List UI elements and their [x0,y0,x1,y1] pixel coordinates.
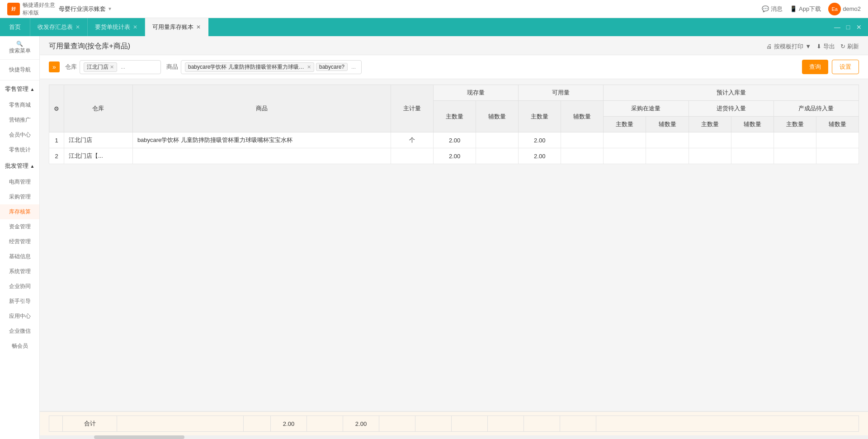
product-more[interactable]: ... [349,64,358,70]
cell-purchase-main [604,148,646,164]
warehouse-input[interactable]: 江北门店 ✕ ... [80,60,161,74]
sidebar-item-wholesale-mgmt[interactable]: 批发管理 ▲ [0,157,39,175]
cell-purchase-main [604,132,646,148]
store-selector[interactable]: 母婴行业演示账套 ▼ [59,5,112,13]
export-icon: ⬇ [816,43,821,50]
search-icon: 🔍 [16,41,23,47]
sidebar-quick-nav: 快捷导航 [0,60,39,80]
top-bar: 好 畅捷通好生意 标准版 母婴行业演示账套 ▼ 💬 消息 📱 App下载 Ea … [0,0,868,18]
download-label: App下载 [799,5,821,13]
product-input[interactable]: babycare学饮杯 儿童防摔防撞吸管杯重力球吸嘴杯宝宝水杯 ✕ babyca… [181,60,362,74]
main-layout: 🔍 搜索菜单 快捷导航 零售管理 ▲ 零售商城 营销推广 会员中心 零售统计 批… [0,36,868,439]
footer-available-main: 2.00 [343,416,379,432]
th-product-in-group: 产成品待入量 [774,101,859,117]
tab-stock-summary-label: 收发存汇总表 [38,23,73,31]
sidebar-item-member-center[interactable]: 会员中心 [0,127,39,142]
close-button[interactable]: ✕ [855,24,863,31]
cell-goods-main [689,148,731,164]
logo-text: 畅捷通好生意 [23,1,55,9]
sidebar-item-finance-mgmt[interactable]: 资金管理 [0,219,39,234]
cell-stock-aux [476,132,519,148]
sidebar-item-system-mgmt[interactable]: 系统管理 [0,264,39,279]
cell-product-main [774,132,816,148]
print-action[interactable]: 🖨 按模板打印 ▼ [766,42,811,51]
cell-available-main: 2.00 [519,148,561,164]
cell-product-aux [816,132,859,148]
logo-icon: 好 [7,3,20,15]
tab-home[interactable]: 首页 [0,18,30,36]
settings-icon: ⚙ [54,105,59,112]
sidebar-item-retail-stats[interactable]: 零售统计 [0,142,39,157]
table-container: ⚙ 仓库 商品 主计量 现存量 可用量 预计入库量 主数量 辅数量 主数量 辅数… [40,79,868,411]
tab-order-stats-close[interactable]: ✕ [133,24,137,30]
sidebar-item-marketing[interactable]: 营销推广 [0,113,39,127]
maximize-button[interactable]: □ [844,24,852,31]
page-header: 可用量查询(按仓库+商品) 🖨 按模板打印 ▼ ⬇ 导出 ↻ 刷新 [40,36,868,55]
refresh-icon: ↻ [840,43,845,50]
message-action[interactable]: 💬 消息 [762,5,783,13]
cell-stock-main: 2.00 [433,148,476,164]
tab-order-stats[interactable]: 要货单统计表 ✕ [88,18,145,36]
cell-stock-main: 2.00 [433,132,476,148]
th-stock-main: 主数量 [433,101,476,132]
th-settings[interactable]: ⚙ [49,85,64,132]
sidebar-item-ops-mgmt[interactable]: 经营管理 [0,234,39,249]
filter-toggle-button[interactable]: » [49,61,60,72]
user-action[interactable]: Ea demo2 [828,3,861,15]
cell-goods-main [689,132,731,148]
refresh-action[interactable]: ↻ 刷新 [840,42,859,51]
sidebar-item-app-center[interactable]: 应用中心 [0,309,39,324]
tab-stock-summary[interactable]: 收发存汇总表 ✕ [30,18,88,36]
sidebar-item-ecom-mgmt[interactable]: 电商管理 [0,175,39,189]
logo-area: 好 畅捷通好生意 标准版 [7,1,55,17]
message-icon: 💬 [762,5,769,12]
cell-purchase-aux [646,132,689,148]
product-tag-2: babycare? [316,63,348,71]
retail-mgmt-arrow-icon: ▲ [30,87,35,92]
sidebar-item-quick-nav[interactable]: 快捷导航 [0,62,39,77]
scroll-thumb[interactable] [94,435,184,439]
sidebar-item-enterprise[interactable]: 企业协同 [0,279,39,294]
cell-unit: 个 [391,132,433,148]
sidebar-search[interactable]: 🔍 搜索菜单 [0,36,39,60]
cell-purchase-aux [646,148,689,164]
warehouse-tag-remove[interactable]: ✕ [110,64,114,70]
sidebar-item-enterprise-wx[interactable]: 企业微信 [0,324,39,339]
tab-available-stock-close[interactable]: ✕ [196,24,201,30]
wholesale-arrow-icon: ▲ [30,164,35,169]
minimize-button[interactable]: — [834,24,841,31]
sidebar-item-inventory-check[interactable]: 库存核算 [0,204,39,219]
horizontal-scrollbar[interactable] [40,435,868,439]
footer-label: 合计 [63,416,117,432]
cell-product [132,148,391,164]
refresh-label: 刷新 [847,42,859,51]
print-icon: 🖨 [766,43,772,50]
product-tag-1-remove[interactable]: ✕ [307,64,311,70]
th-unit: 主计量 [391,85,433,132]
cell-goods-aux [731,148,774,164]
sidebar-item-purchase-mgmt[interactable]: 采购管理 [0,189,39,204]
sidebar-item-retail-mall[interactable]: 零售商城 [0,98,39,113]
sidebar-search-label: 搜索菜单 [9,47,31,54]
download-action[interactable]: 📱 App下载 [790,5,821,13]
tab-bar: 首页 收发存汇总表 ✕ 要货单统计表 ✕ 可用量库存账本 ✕ — □ ✕ [0,18,868,36]
tab-available-stock[interactable]: 可用量库存账本 ✕ [145,18,208,36]
th-purchase-main: 主数量 [604,117,646,132]
product-filter: 商品 babycare学饮杯 儿童防摔防撞吸管杯重力球吸嘴杯宝宝水杯 ✕ bab… [166,60,362,74]
settings-button[interactable]: 设置 [832,60,859,74]
sidebar-item-basic-info[interactable]: 基础信息 [0,249,39,264]
tab-home-label: 首页 [9,23,21,31]
query-button[interactable]: 查询 [802,60,828,74]
warehouse-more[interactable]: ... [119,64,127,70]
sidebar-item-vip[interactable]: 畅会员 [0,339,39,354]
cell-product-aux [816,148,859,164]
export-action[interactable]: ⬇ 导出 [816,42,835,51]
sidebar-item-new-guide[interactable]: 新手引导 [0,294,39,309]
tab-stock-summary-close[interactable]: ✕ [75,24,80,30]
sidebar-item-retail-mgmt[interactable]: 零售管理 ▲ [0,80,39,98]
th-available-group: 可用量 [519,85,604,101]
th-available-main: 主数量 [519,101,561,132]
th-goods-aux: 辅数量 [731,117,774,132]
cell-product: babycare学饮杯 儿童防摔防撞吸管杯重力球吸嘴杯宝宝水杯 [132,132,391,148]
cell-warehouse: 江北门店【... [64,148,133,164]
